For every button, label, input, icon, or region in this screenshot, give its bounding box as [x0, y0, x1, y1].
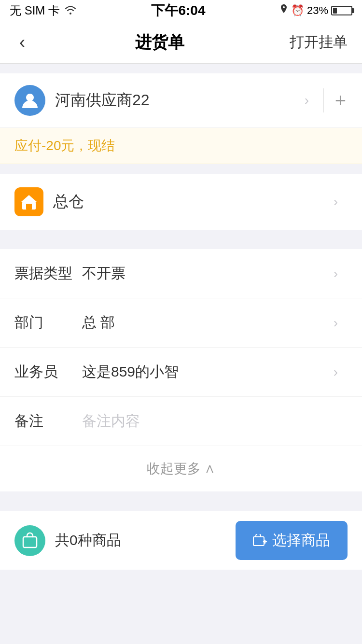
select-product-button[interactable]: 选择商品 [236, 521, 348, 560]
section-gap-2 [0, 164, 362, 174]
warehouse-section: 总仓 › [0, 174, 362, 230]
invoice-value: 不开票 [72, 264, 334, 283]
section-gap-4 [0, 491, 362, 501]
svg-point-0 [26, 94, 34, 101]
warehouse-icon-wrap [14, 187, 43, 216]
notice-banner: 应付-20元，现结 [0, 128, 362, 164]
battery-icon [331, 6, 352, 15]
invoice-type-row[interactable]: 票据类型 不开票 › [0, 249, 362, 298]
status-time: 下午6:04 [151, 1, 205, 20]
form-section: 票据类型 不开票 › 部门 总 部 › 业务员 这是859的小智 › 备注 备注… [0, 249, 362, 446]
department-label: 部门 [14, 313, 72, 333]
product-count-text: 共0种商品 [55, 531, 236, 550]
department-chevron-icon: › [334, 315, 338, 331]
location-icon [279, 4, 288, 17]
warehouse-row[interactable]: 总仓 › [0, 174, 362, 230]
alarm-icon: ⏰ [291, 4, 304, 17]
status-left: 无 SIM 卡 [10, 3, 77, 18]
remark-label: 备注 [14, 411, 72, 431]
select-product-label: 选择商品 [272, 531, 330, 550]
salesman-value: 这是859的小智 [72, 362, 334, 382]
notice-text: 应付-20元，现结 [14, 138, 115, 153]
collapse-label: 收起更多 ∧ [147, 461, 216, 476]
open-pending-button[interactable]: 打开挂单 [290, 32, 348, 52]
svg-rect-4 [253, 537, 264, 546]
bottom-bar: 共0种商品 选择商品 [0, 511, 362, 570]
salesman-label: 业务员 [14, 362, 72, 382]
department-row[interactable]: 部门 总 部 › [0, 298, 362, 348]
svg-rect-2 [26, 204, 32, 210]
page-title: 进货单 [135, 31, 184, 54]
nav-bar: ‹ 进货单 打开挂单 [0, 21, 362, 64]
salesman-chevron-icon: › [334, 364, 338, 380]
supplier-chevron-icon: › [305, 93, 309, 108]
section-gap-1 [0, 64, 362, 73]
supplier-section: 河南供应商22 › + 应付-20元，现结 [0, 73, 362, 164]
invoice-chevron-icon: › [334, 266, 338, 281]
remark-input[interactable]: 备注内容 [72, 411, 348, 431]
collapse-row[interactable]: 收起更多 ∧ [0, 446, 362, 491]
status-right: ⏰ 23% [279, 4, 352, 17]
status-bar: 无 SIM 卡 下午6:04 ⏰ 23% [0, 0, 362, 21]
warehouse-name: 总仓 [53, 191, 334, 212]
warehouse-chevron-icon: › [334, 194, 338, 210]
supplier-name: 河南供应商22 [55, 90, 305, 111]
svg-rect-3 [23, 537, 37, 547]
carrier-text: 无 SIM 卡 [10, 3, 60, 18]
invoice-label: 票据类型 [14, 264, 72, 283]
back-button[interactable]: ‹ [14, 28, 30, 57]
salesman-row[interactable]: 业务员 这是859的小智 › [0, 348, 362, 397]
section-gap-3 [0, 230, 362, 239]
product-icon-wrap [14, 525, 45, 556]
department-value: 总 部 [72, 313, 334, 333]
supplier-row[interactable]: 河南供应商22 › + [0, 73, 362, 128]
supplier-avatar [14, 85, 45, 116]
add-supplier-button[interactable]: + [323, 88, 348, 112]
remark-row[interactable]: 备注 备注内容 [0, 397, 362, 446]
battery-percent: 23% [307, 4, 328, 17]
page-background [0, 570, 362, 644]
wifi-icon [64, 4, 77, 17]
